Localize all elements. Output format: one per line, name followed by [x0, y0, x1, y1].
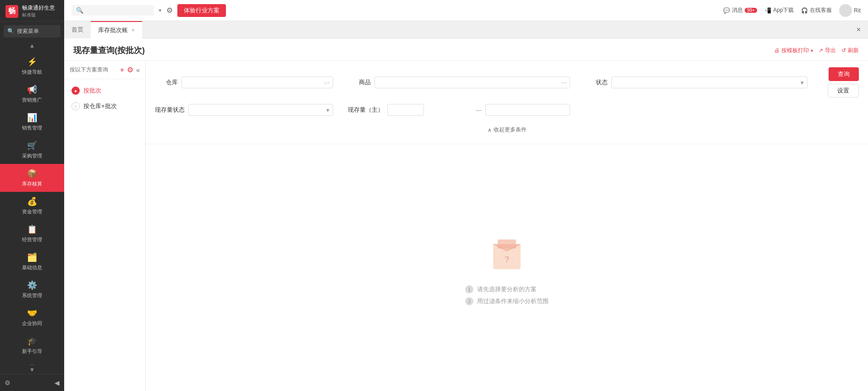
panel-collapse-button[interactable]: « [136, 66, 140, 74]
stock-status-select[interactable] [188, 104, 333, 116]
page-header: 现存量查询(按批次) 🖨 按模板打印 ▾ ↗ 导出 ↺ 刷新 [64, 38, 868, 61]
sidebar-search[interactable]: 🔍 搜索菜单 [4, 25, 60, 38]
sidebar-item-finance[interactable]: 💰 资金管理 [0, 192, 64, 220]
guide-icon: 🎓 [27, 336, 37, 346]
sidebar-item-system[interactable]: ⚙️ 系统管理 [0, 276, 64, 304]
panel-close-button[interactable]: × [857, 26, 861, 34]
service-icon: 🎧 [801, 7, 808, 14]
top-search-input[interactable] [86, 7, 141, 14]
scheme-label-by-batch: 按批次 [83, 87, 101, 95]
search-icon: 🔍 [7, 28, 14, 34]
print-label: 按模板打印 [781, 47, 809, 54]
sidebar-item-purchase[interactable]: 🛒 采购管理 [0, 136, 64, 164]
tab-home[interactable]: 首页 [64, 21, 91, 38]
tab-inventory-batch[interactable]: 库存批次账 × [91, 21, 142, 38]
warehouse-input[interactable] [181, 76, 333, 88]
warehouse-dots[interactable]: ··· [324, 79, 330, 86]
dropdown-icon[interactable]: ▾ [159, 7, 162, 14]
refresh-button[interactable]: ↺ 刷新 [841, 47, 859, 54]
status-label: 状态 [585, 78, 608, 87]
stock-status-label: 现存量状态 [155, 106, 185, 114]
tab-close-button[interactable]: × [132, 27, 135, 33]
filter-product: 商品 ··· [348, 76, 571, 88]
filter-row-1: 仓库 ··· 商品 ··· [155, 67, 859, 98]
scheme-item-by-warehouse-batch[interactable]: ○ 按仓库+批次 [64, 98, 145, 114]
app-icon: 📱 [27, 364, 37, 365]
sidebar-item-marketing[interactable]: 📢 营销推广 [0, 80, 64, 108]
page-content: 现存量查询(按批次) 🖨 按模板打印 ▾ ↗ 导出 ↺ 刷新 [64, 38, 868, 391]
online-service-label: 在线客服 [810, 6, 832, 14]
inventory-icon: 📦 [27, 168, 37, 179]
footer-settings-button[interactable]: ⚙ [5, 379, 11, 386]
nav-label-inventory: 库存核算 [22, 180, 42, 187]
brand: 畅 畅康通好生意 标准版 [5, 5, 59, 18]
scheme-list: ● 按批次 ○ 按仓库+批次 [64, 79, 145, 118]
product-input[interactable] [374, 76, 571, 88]
sidebar-item-app[interactable]: 📱 应用中心 [0, 359, 64, 365]
product-label: 商品 [348, 78, 371, 87]
footer-collapse-button[interactable]: ◀ [55, 379, 60, 386]
collapse-label: 收起更多条件 [494, 126, 527, 134]
filter-status: 状态 ▾ [585, 76, 808, 88]
scheme-label-by-warehouse-batch: 按仓库+批次 [83, 102, 117, 110]
sidebar-item-guide[interactable]: 🎓 新手引导 [0, 331, 64, 359]
sidebar-scroll-up[interactable]: ▲ [0, 41, 64, 50]
sidebar-item-basic[interactable]: 🗂️ 基础信息 [0, 248, 64, 276]
filter-area: 仓库 ··· 商品 ··· [146, 61, 868, 144]
system-icon: ⚙️ [27, 280, 37, 290]
sidebar-scroll-down[interactable]: ▼ [0, 365, 64, 374]
settings-button[interactable]: ⚙ [166, 6, 173, 15]
sidebar-item-enterprise[interactable]: 🤝 企业协同 [0, 304, 64, 331]
print-dropdown-icon[interactable]: ▾ [811, 48, 813, 53]
sidebar-item-inventory[interactable]: 📦 库存核算 [0, 164, 64, 192]
nav-label-purchase: 采购管理 [22, 152, 42, 159]
add-scheme-button[interactable]: + [120, 66, 124, 74]
warehouse-input-wrap: ··· [181, 76, 333, 88]
sidebar-item-quick-nav[interactable]: ⚡ 快捷导航 [0, 52, 64, 80]
empty-state: ? 1 请先选择要分析的方案 2 用过滤条件来缩小分析范围 [146, 144, 868, 391]
svg-text:?: ? [505, 255, 509, 264]
export-icon: ↗ [819, 47, 823, 54]
filter-warehouse: 仓库 ··· [155, 76, 333, 88]
action-buttons: 查询 设置 [822, 67, 859, 98]
nav-label-finance: 资金管理 [22, 208, 42, 215]
print-button[interactable]: 🖨 按模板打印 ▾ [774, 47, 813, 54]
stock-qty-from-input[interactable] [387, 104, 424, 116]
scheme-icon-warehouse: ○ [71, 102, 80, 110]
stock-status-select-wrap: ▾ [188, 104, 333, 116]
user-menu[interactable]: Rit [839, 4, 861, 17]
stock-qty-from-wrap [387, 104, 472, 116]
top-search-bar[interactable]: 🔍 [71, 5, 154, 16]
scheme-settings-button[interactable]: ⚙ [127, 65, 133, 74]
settings-button-2[interactable]: 设置 [828, 84, 859, 98]
home-tab-label: 首页 [71, 26, 83, 34]
stock-qty-to-input[interactable] [485, 104, 570, 116]
page-header-actions: 🖨 按模板打印 ▾ ↗ 导出 ↺ 刷新 [774, 47, 859, 54]
purchase-icon: 🛒 [27, 141, 37, 151]
nav-label-marketing: 营销推广 [22, 97, 42, 103]
filter-row-2: 现存量状态 ▾ 现存量（主） [155, 104, 859, 116]
export-button[interactable]: ↗ 导出 [819, 47, 836, 54]
scheme-item-by-batch[interactable]: ● 按批次 [64, 83, 145, 98]
query-button[interactable]: 查询 [829, 67, 859, 81]
collapse-more-button[interactable]: ∧ 收起更多条件 [155, 122, 859, 137]
top-bar-right: 💬 消息 99+ 📲 App下载 🎧 在线客服 Rit [723, 4, 861, 17]
sidebar-item-operation[interactable]: 📋 经营管理 [0, 220, 64, 248]
stock-qty-to-wrap [485, 104, 570, 116]
message-button[interactable]: 💬 消息 99+ [723, 6, 757, 14]
online-service-button[interactable]: 🎧 在线客服 [801, 6, 832, 14]
filter-stock-quantity: 现存量（主） — [348, 104, 571, 116]
app-download-button[interactable]: 📲 App下载 [764, 6, 794, 14]
brand-info: 畅康通好生意 标准版 [22, 5, 55, 18]
product-dots[interactable]: ··· [561, 79, 567, 86]
sidebar: 畅 畅康通好生意 标准版 🔍 搜索菜单 ▲ ⚡ 快捷导航 📢 营销推广 📊 [0, 0, 64, 391]
status-select[interactable] [611, 76, 808, 88]
experience-button[interactable]: 体验行业方案 [177, 4, 226, 17]
collapse-icon: ∧ [488, 127, 492, 133]
refresh-label: 刷新 [848, 47, 859, 54]
sidebar-item-sales[interactable]: 📊 销售管理 [0, 108, 64, 136]
left-panel-actions: + ⚙ « [120, 65, 140, 74]
nav-label-system: 系统管理 [22, 292, 42, 299]
right-panel: 仓库 ··· 商品 ··· [146, 61, 868, 391]
quick-nav-icon: ⚡ [27, 57, 37, 67]
